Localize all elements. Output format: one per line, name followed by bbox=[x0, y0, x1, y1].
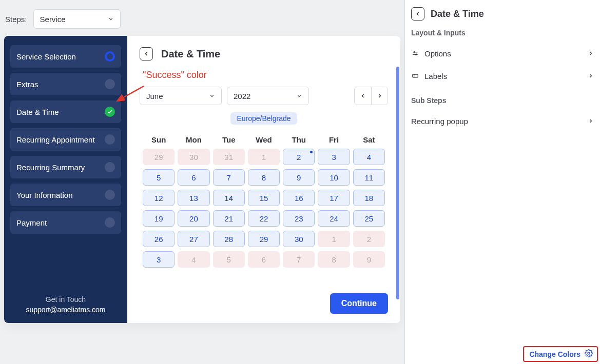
steps-label: Steps: bbox=[5, 15, 27, 24]
calendar-day[interactable]: 8 bbox=[248, 169, 280, 186]
calendar-day[interactable]: 27 bbox=[178, 231, 209, 247]
calendar-day[interactable]: 7 bbox=[213, 169, 245, 186]
month-value: June bbox=[146, 92, 163, 100]
calendar-day[interactable]: 30 bbox=[283, 231, 315, 247]
panel-row-label: Options bbox=[424, 49, 451, 58]
step-pending-icon bbox=[105, 162, 115, 172]
weekday-header: Mon bbox=[178, 135, 209, 145]
sidebar-item-label: Recurring Summary bbox=[16, 163, 85, 172]
year-select[interactable]: 2022 bbox=[227, 87, 309, 105]
month-select[interactable]: June bbox=[140, 87, 222, 105]
calendar-day: 2 bbox=[353, 231, 385, 247]
calendar-day[interactable]: 9 bbox=[283, 169, 315, 186]
chevron-down-icon bbox=[108, 16, 114, 22]
panel-row-recurring[interactable]: Recurring popup bbox=[411, 110, 594, 132]
weekday-header: Tue bbox=[213, 135, 245, 145]
change-colors-button[interactable]: Change Colors bbox=[523, 346, 598, 362]
calendar-day[interactable]: 29 bbox=[248, 231, 280, 247]
scrollbar-thumb[interactable] bbox=[396, 67, 399, 299]
calendar-day[interactable]: 28 bbox=[213, 231, 245, 247]
calendar-day[interactable]: 24 bbox=[318, 210, 350, 227]
calendar-day: 6 bbox=[248, 251, 280, 268]
timezone-badge[interactable]: Europe/Belgrade bbox=[230, 112, 297, 125]
text-field-icon bbox=[411, 72, 419, 80]
booking-card: Service SelectionExtrasDate & TimeRecurr… bbox=[4, 36, 400, 323]
calendar-day: 8 bbox=[318, 251, 350, 268]
panel-section-layout: Layout & Inputs bbox=[411, 29, 594, 37]
calendar-day[interactable]: 21 bbox=[213, 210, 245, 227]
calendar-day: 1 bbox=[248, 149, 280, 165]
calendar-day[interactable]: 10 bbox=[318, 169, 350, 186]
sidebar-item-label: Date & Time bbox=[16, 108, 59, 116]
calendar-day[interactable]: 14 bbox=[213, 190, 245, 206]
prev-month-button[interactable] bbox=[355, 87, 371, 105]
sidebar-item-payment[interactable]: Payment bbox=[10, 211, 121, 234]
calendar-day: 29 bbox=[143, 149, 175, 165]
page-title: Date & Time bbox=[161, 48, 220, 60]
weekday-header: Thu bbox=[283, 135, 315, 145]
calendar-day[interactable]: 19 bbox=[143, 210, 175, 227]
sidebar-item-label: Your Information bbox=[16, 191, 73, 199]
calendar-day[interactable]: 18 bbox=[353, 190, 385, 206]
footer-email: support@ameliatms.com bbox=[10, 306, 121, 314]
calendar-day[interactable]: 5 bbox=[143, 169, 175, 186]
continue-button[interactable]: Continue bbox=[330, 293, 388, 314]
panel-title: Date & Time bbox=[431, 9, 484, 19]
panel-row-label: Recurring popup bbox=[411, 117, 468, 126]
calendar-day[interactable]: 6 bbox=[178, 169, 209, 186]
sidebar-item-label: Extras bbox=[16, 80, 38, 89]
sidebar-item-date-time[interactable]: Date & Time bbox=[10, 100, 121, 123]
footer-get-in-touch: Get in Touch bbox=[10, 295, 121, 304]
calendar-day[interactable]: 3 bbox=[318, 149, 350, 165]
calendar-day[interactable]: 23 bbox=[283, 210, 315, 227]
panel-section-substeps: Sub Steps bbox=[411, 96, 594, 105]
calendar-day[interactable]: 20 bbox=[178, 210, 209, 227]
panel-row-options[interactable]: Options bbox=[411, 42, 594, 65]
calendar-day[interactable]: 16 bbox=[283, 190, 315, 206]
chevron-down-icon bbox=[296, 93, 302, 99]
svg-rect-4 bbox=[413, 74, 418, 77]
content-pane: Date & Time "Success" color June 2022 bbox=[127, 36, 400, 323]
calendar-day: 31 bbox=[213, 149, 245, 165]
calendar-day[interactable]: 3 bbox=[143, 251, 175, 268]
step-pending-icon bbox=[105, 79, 115, 89]
calendar-day: 7 bbox=[283, 251, 315, 268]
sidebar-item-recurring-appointment[interactable]: Recurring Appointment bbox=[10, 128, 121, 151]
calendar-day[interactable]: 13 bbox=[178, 190, 209, 206]
calendar-day[interactable]: 12 bbox=[143, 190, 175, 206]
step-pending-icon bbox=[105, 190, 115, 200]
success-annotation: "Success" color bbox=[143, 70, 388, 80]
steps-select[interactable]: Service bbox=[33, 9, 121, 29]
sidebar-item-label: Recurring Appointment bbox=[16, 135, 95, 144]
sidebar-item-your-information[interactable]: Your Information bbox=[10, 184, 121, 206]
calendar-day[interactable]: 4 bbox=[353, 149, 385, 165]
calendar-day: 1 bbox=[318, 231, 350, 247]
calendar-day[interactable]: 22 bbox=[248, 210, 280, 227]
sidebar-item-service-selection[interactable]: Service Selection bbox=[10, 45, 121, 68]
sidebar-item-recurring-summary[interactable]: Recurring Summary bbox=[10, 156, 121, 178]
chevron-right-icon bbox=[588, 49, 594, 58]
sliders-icon bbox=[411, 49, 419, 57]
next-month-button[interactable] bbox=[371, 87, 388, 105]
steps-select-value: Service bbox=[40, 15, 66, 24]
chevron-down-icon bbox=[209, 93, 215, 99]
panel-back-button[interactable] bbox=[411, 7, 424, 21]
chevron-right-icon bbox=[588, 117, 594, 126]
calendar: SunMonTueWedThuFriSat 293031123456789101… bbox=[140, 131, 388, 272]
calendar-day[interactable]: 15 bbox=[248, 190, 280, 206]
sidebar-item-label: Service Selection bbox=[16, 52, 76, 61]
calendar-day[interactable]: 17 bbox=[318, 190, 350, 206]
calendar-day: 5 bbox=[213, 251, 245, 268]
panel-row-label: Labels bbox=[424, 72, 447, 80]
calendar-day[interactable]: 11 bbox=[353, 169, 385, 186]
back-button[interactable] bbox=[140, 47, 153, 60]
svg-point-6 bbox=[588, 352, 590, 354]
year-value: 2022 bbox=[234, 92, 250, 100]
sidebar-item-extras[interactable]: Extras bbox=[10, 73, 121, 95]
weekday-header: Fri bbox=[318, 135, 350, 145]
calendar-day[interactable]: 2 bbox=[283, 149, 315, 165]
calendar-day[interactable]: 25 bbox=[353, 210, 385, 227]
calendar-day[interactable]: 26 bbox=[143, 231, 175, 247]
chevron-right-icon bbox=[588, 72, 594, 80]
panel-row-labels[interactable]: Labels bbox=[411, 65, 594, 87]
